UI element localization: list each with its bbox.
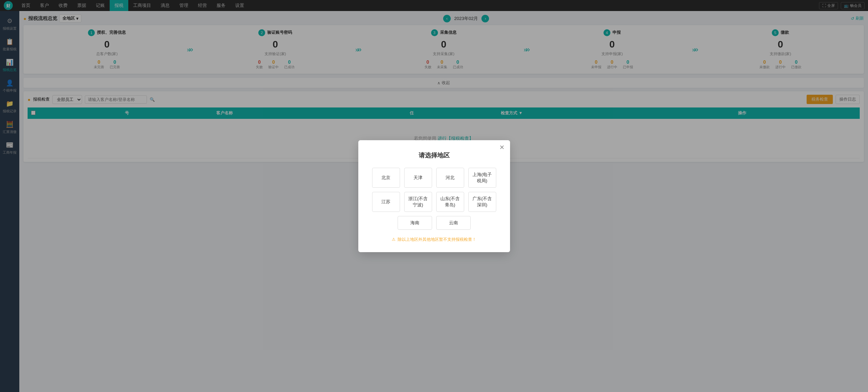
modal-warning: ⚠ 除以上地区外其他地区暂不支持报税检查！: [372, 237, 496, 243]
region-yunnan[interactable]: 云南: [436, 216, 471, 230]
warning-icon: ⚠: [392, 237, 396, 242]
region-hainan[interactable]: 海南: [398, 216, 432, 230]
region-tianjin[interactable]: 天津: [404, 168, 432, 188]
region-zhejiang[interactable]: 浙江(不含宁波): [404, 192, 432, 212]
region-hebei[interactable]: 河北: [436, 168, 464, 188]
modal-title: 请选择地区: [372, 151, 496, 159]
region-shandong[interactable]: 山东(不含青岛): [436, 192, 464, 212]
region-grid-row1: 北京 天津 河北 上海(电子税局): [372, 168, 496, 188]
modal-overlay[interactable]: ✕ 请选择地区 北京 天津 河北 上海(电子税局) 江苏 浙江(不含宁波) 山东…: [0, 0, 868, 392]
region-beijing[interactable]: 北京: [372, 168, 400, 188]
region-grid-row3: 海南 云南: [372, 216, 496, 230]
region-jiangsu[interactable]: 江苏: [372, 192, 400, 212]
region-shanghai[interactable]: 上海(电子税局): [468, 168, 496, 188]
region-guangdong[interactable]: 广东(不含深圳): [468, 192, 496, 212]
region-grid-row2: 江苏 浙江(不含宁波) 山东(不含青岛) 广东(不含深圳): [372, 192, 496, 212]
region-select-modal: ✕ 请选择地区 北京 天津 河北 上海(电子税局) 江苏 浙江(不含宁波) 山东…: [358, 140, 510, 252]
modal-close-button[interactable]: ✕: [499, 144, 505, 151]
